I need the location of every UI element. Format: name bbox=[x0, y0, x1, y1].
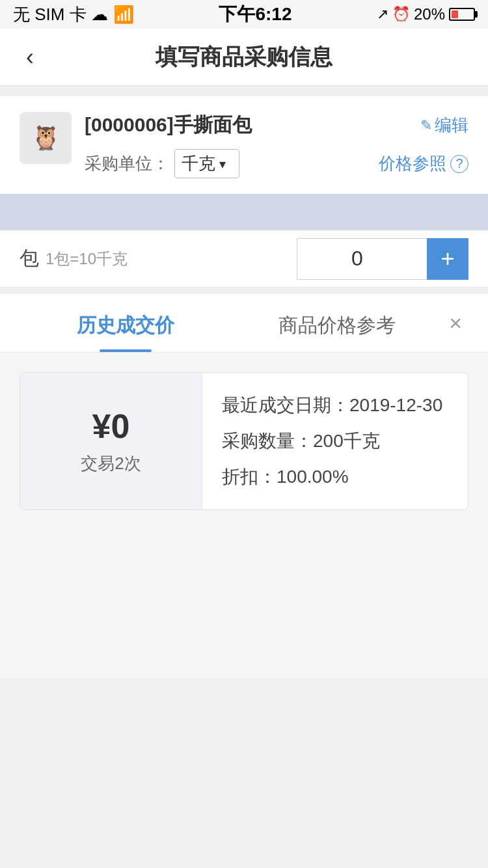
edit-icon: ✎ bbox=[420, 117, 432, 134]
tab-history-price[interactable]: 历史成交价 bbox=[20, 294, 231, 352]
nav-bar: ‹ 填写商品采购信息 bbox=[0, 29, 488, 86]
qty-unit-label: 包 bbox=[20, 245, 39, 272]
quantity-value: 200千克 bbox=[313, 431, 380, 451]
qty-label: 包 1包=10千克 bbox=[20, 245, 128, 272]
status-time: 下午6:12 bbox=[219, 2, 291, 27]
qty-controls: + bbox=[297, 238, 468, 280]
qty-unit-info: 1包=10千克 bbox=[46, 249, 128, 269]
price-ref-button[interactable]: 价格参照 ? bbox=[379, 152, 468, 175]
product-unit-row: 采购单位： 千克 价格参照 ? bbox=[85, 149, 468, 178]
history-latest-date: 最近成交日期：2019-12-30 bbox=[222, 392, 448, 418]
history-discount: 折扣：100.00% bbox=[222, 464, 448, 489]
status-left: 无 SIM 卡 ☁ 📶 bbox=[13, 3, 134, 26]
product-name-row: [0000006]手撕面包 ✎ 编辑 bbox=[85, 112, 468, 139]
unit-select[interactable]: 千克 bbox=[174, 149, 239, 178]
product-owl-icon: 🦉 bbox=[31, 124, 61, 152]
sim-text: 无 SIM 卡 ☁ bbox=[13, 3, 108, 26]
quantity-section: 包 1包=10千克 + bbox=[0, 230, 488, 288]
tab-bar: 历史成交价 商品价格参考 × bbox=[0, 294, 488, 353]
qty-input[interactable] bbox=[297, 238, 427, 280]
history-card: ¥0 交易2次 最近成交日期：2019-12-30 采购数量：200千克 折扣：… bbox=[20, 372, 468, 510]
tab-close-button[interactable]: × bbox=[442, 297, 468, 349]
tab-product-price-ref[interactable]: 商品价格参考 bbox=[231, 294, 442, 352]
history-quantity: 采购数量：200千克 bbox=[222, 428, 448, 454]
battery-percent: 20% bbox=[414, 5, 445, 23]
content-area: ¥0 交易2次 最近成交日期：2019-12-30 采购数量：200千克 折扣：… bbox=[0, 353, 488, 678]
edit-button[interactable]: ✎ 编辑 bbox=[420, 114, 468, 137]
history-price-value: ¥0 bbox=[92, 407, 130, 446]
unit-label-text: 采购单位： bbox=[85, 152, 169, 175]
tab-price-ref-label: 商品价格参考 bbox=[278, 314, 396, 336]
unit-label: 采购单位： 千克 bbox=[85, 149, 239, 178]
product-header: 🦉 [0000006]手撕面包 ✎ 编辑 采购单位： 千克 价格参照 ? bbox=[20, 112, 468, 178]
help-icon: ? bbox=[450, 155, 468, 173]
discount-value: 100.00% bbox=[277, 467, 349, 487]
quantity-label: 采购数量： bbox=[222, 431, 313, 451]
price-ref-label: 价格参照 bbox=[379, 152, 446, 175]
product-thumbnail: 🦉 bbox=[20, 112, 72, 164]
product-name: [0000006]手撕面包 bbox=[85, 112, 252, 139]
alarm-icon: ⏰ bbox=[392, 6, 410, 23]
quantity-divider bbox=[0, 194, 488, 230]
qty-plus-button[interactable]: + bbox=[427, 238, 468, 280]
product-info: [0000006]手撕面包 ✎ 编辑 采购单位： 千克 价格参照 ? bbox=[85, 112, 468, 178]
latest-date-value: 2019-12-30 bbox=[349, 395, 442, 415]
latest-date-label: 最近成交日期： bbox=[222, 395, 349, 415]
edit-label: 编辑 bbox=[435, 114, 468, 137]
status-right: ↗ ⏰ 20% bbox=[377, 5, 475, 23]
status-bar: 无 SIM 卡 ☁ 📶 下午6:12 ↗ ⏰ 20% bbox=[0, 0, 488, 29]
page-title: 填写商品采购信息 bbox=[156, 42, 332, 72]
tab-history-label: 历史成交价 bbox=[77, 314, 174, 336]
battery-indicator bbox=[449, 8, 475, 21]
location-icon: ↗ bbox=[377, 6, 388, 23]
product-card: 🦉 [0000006]手撕面包 ✎ 编辑 采购单位： 千克 价格参照 ? bbox=[0, 96, 488, 194]
wifi-icon: 📶 bbox=[113, 5, 134, 25]
history-details-section: 最近成交日期：2019-12-30 采购数量：200千克 折扣：100.00% bbox=[202, 373, 468, 509]
back-button[interactable]: ‹ bbox=[20, 37, 40, 77]
history-trade-count: 交易2次 bbox=[81, 452, 141, 475]
history-price-section: ¥0 交易2次 bbox=[20, 373, 202, 509]
discount-label: 折扣： bbox=[222, 467, 277, 487]
